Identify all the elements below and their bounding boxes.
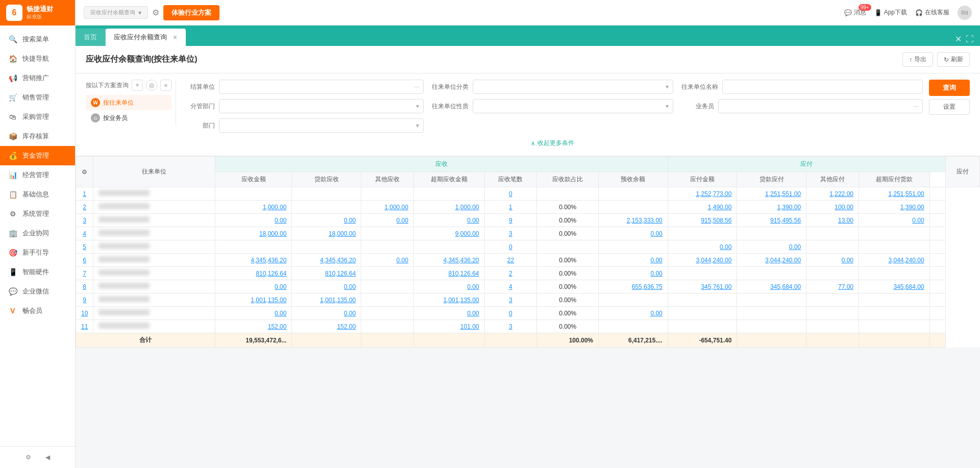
filter-wanglai-type-input[interactable]: ▾ (473, 80, 673, 94)
td-unit (93, 307, 215, 320)
query-button[interactable]: 查询 (929, 80, 970, 96)
sidebar-item-quick[interactable]: 🏠 快捷导航 (0, 49, 75, 68)
td-unit (93, 320, 215, 333)
filter-yewuyuan-input[interactable]: ··· (718, 99, 923, 113)
scheme-unit-label: 按往来单位 (103, 98, 134, 107)
table-row: 100.000.000.0000.00%0.00 (76, 307, 980, 320)
filter-wanglai-type-label: 往来单位分类 (432, 83, 469, 91)
breadcrumb: 应收应付余额查询 ▾ (84, 6, 148, 19)
sidebar-item-inventory[interactable]: 📦 库存核算 (0, 127, 75, 146)
td-unit (93, 201, 215, 214)
th-yingfu-tail: 应付 (945, 157, 979, 187)
sidebar-item-label: 智能硬件 (22, 267, 49, 277)
footer-label: 合计 (76, 333, 215, 348)
enterprise-icon: 🏢 (8, 229, 17, 237)
sidebar-item-label: 新手引导 (22, 248, 49, 257)
scheme-unit-icon: W (91, 98, 100, 107)
system-icon: ⚙ (8, 210, 17, 218)
collapse-button[interactable]: ∧ 收起更多条件 (531, 139, 574, 147)
sidebar-item-enterprise[interactable]: 🏢 企业协同 (0, 224, 75, 243)
filter-jiesuan: 结算单位 ··· (182, 80, 424, 94)
user-menu[interactable]: Rit (958, 6, 972, 20)
filter-wanglai-name-input[interactable] (722, 80, 923, 94)
sidebar-item-basic[interactable]: 📋 基础信息 (0, 185, 75, 204)
table-row: 91,001,135.001,001,135.001,001,135.0030.… (76, 293, 980, 307)
tab-close-icon[interactable]: × (173, 33, 177, 41)
header-gear-icon[interactable]: ⚙ (152, 8, 159, 17)
sidebar-item-label: 畅会员 (22, 306, 42, 315)
sidebar-item-purchase[interactable]: 🛍 采购管理 (0, 107, 75, 127)
filter-collapse: ∧ 收起更多条件 (182, 137, 923, 150)
sidebar-item-label: 搜索菜单 (22, 35, 49, 44)
chevron-up-icon: ∧ (531, 140, 535, 147)
sidebar-item-sales[interactable]: 🛒 销售管理 (0, 88, 75, 107)
scheme-staff[interactable]: ⊙ 按业务员 (86, 110, 172, 126)
trial-button[interactable]: 体验行业方案 (163, 5, 219, 20)
sidebar-item-search[interactable]: 🔍 搜索菜单 (0, 30, 75, 49)
message-badge: 99+ (859, 4, 871, 11)
filter-fenguan: 分管部门 ▾ (182, 99, 424, 113)
export-icon: ↑ (909, 56, 912, 63)
th-chaoji-amount: 超期应收金额 (413, 172, 484, 187)
logo-icon: 6 (6, 5, 22, 21)
footer-qita-yingfu (806, 333, 859, 348)
export-button[interactable]: ↑ 导出 (902, 52, 933, 67)
filter-bumen: 部门 ▾ (182, 118, 424, 133)
filter-wanglai-type: 往来单位分类 ▾ (432, 80, 673, 94)
filter-wanglai-nature: 往来单位性质 ▾ (432, 99, 673, 113)
service-button[interactable]: 🎧 在线客服 (915, 8, 949, 17)
member-icon: V (8, 307, 17, 315)
filter-bumen-input[interactable]: ▾ (219, 118, 424, 133)
app-download-button[interactable]: 📱 App下载 (874, 8, 907, 17)
filter-fenguan-label: 分管部门 (182, 102, 215, 111)
service-icon: 🎧 (915, 9, 923, 16)
finance-icon: 💰 (8, 152, 17, 160)
refresh-button[interactable]: ↻ 刷新 (937, 52, 970, 67)
sidebar-item-label: 资金管理 (22, 151, 49, 160)
th-yingshou-ratio: 应收款占比 (537, 172, 599, 187)
sidebar-item-marketing[interactable]: 📢 营销推广 (0, 68, 75, 88)
sidebar-item-label: 企业协同 (22, 229, 49, 238)
sidebar-item-operations[interactable]: 📊 经营管理 (0, 165, 75, 185)
tab-home[interactable]: 首页 (76, 29, 106, 46)
filter-wanglai-nature-input[interactable]: ▾ (473, 99, 673, 113)
maximize-icon[interactable]: ⛶ (966, 35, 974, 44)
th-yingshou-amount: 应收金额 (215, 172, 292, 187)
dropdown-arrow-icon: ▾ (666, 83, 669, 90)
settings-btn[interactable]: ⚙ (19, 451, 37, 464)
filter-fenguan-input[interactable]: ▾ (219, 99, 424, 113)
tab-bar-actions: ✕ ⛶ (955, 34, 980, 46)
collapse-scheme-button[interactable]: « (160, 80, 172, 91)
tab-bar: 首页 应收应付余额查询 × ✕ ⛶ (76, 26, 980, 46)
sidebar-item-system[interactable]: ⚙ 系统管理 (0, 204, 75, 224)
message-button[interactable]: 💬 消息 99+ (844, 8, 866, 17)
filter-wanglai-name: 往来单位名称 (681, 80, 923, 94)
footer-daikuan (292, 333, 361, 348)
th-qita-yingshou: 其他应收 (361, 172, 414, 187)
close-window-icon[interactable]: ✕ (955, 34, 962, 44)
sidebar-item-guide[interactable]: 🎯 新手引导 (0, 243, 75, 262)
filter-jiesuan-input[interactable]: ··· (219, 80, 424, 94)
main-area: 应收应付余额查询 ▾ ⚙ 体验行业方案 💬 消息 99+ 📱 App下载 🎧 在… (76, 0, 980, 468)
query-tab-label: 应收应付余额查询 (114, 33, 167, 42)
add-scheme-button[interactable]: + (132, 80, 143, 91)
sidebar-item-member[interactable]: V 畅会员 (0, 301, 75, 321)
setting-button[interactable]: 设置 (929, 99, 970, 115)
td-unit (93, 187, 215, 201)
sidebar-item-finance[interactable]: 💰 资金管理 (0, 146, 75, 165)
collapse-btn[interactable]: ◀ (39, 451, 56, 464)
td-unit (93, 293, 215, 307)
edit-scheme-button[interactable]: ◎ (146, 80, 157, 91)
sidebar-item-hardware[interactable]: 📱 智能硬件 (0, 262, 75, 282)
th-settings[interactable]: ⚙ (76, 157, 93, 187)
sidebar-item-label: 销售管理 (22, 93, 49, 102)
scheme-unit[interactable]: W 按往来单位 (86, 95, 172, 110)
tab-query[interactable]: 应收应付余额查询 × (106, 29, 186, 46)
sidebar-item-label: 系统管理 (22, 209, 49, 218)
sidebar-item-label: 采购管理 (22, 112, 49, 121)
filter-bumen-label: 部门 (182, 121, 215, 130)
sidebar-item-wechat[interactable]: 💬 企业微信 (0, 282, 75, 301)
filter-area: 按以下方案查询 + ◎ « W 按往来单位 ⊙ 按业务员 (76, 73, 980, 156)
footer-chaoji-yingfu (859, 333, 929, 348)
filter-grid: 结算单位 ··· 往来单位分类 ▾ (182, 80, 923, 133)
